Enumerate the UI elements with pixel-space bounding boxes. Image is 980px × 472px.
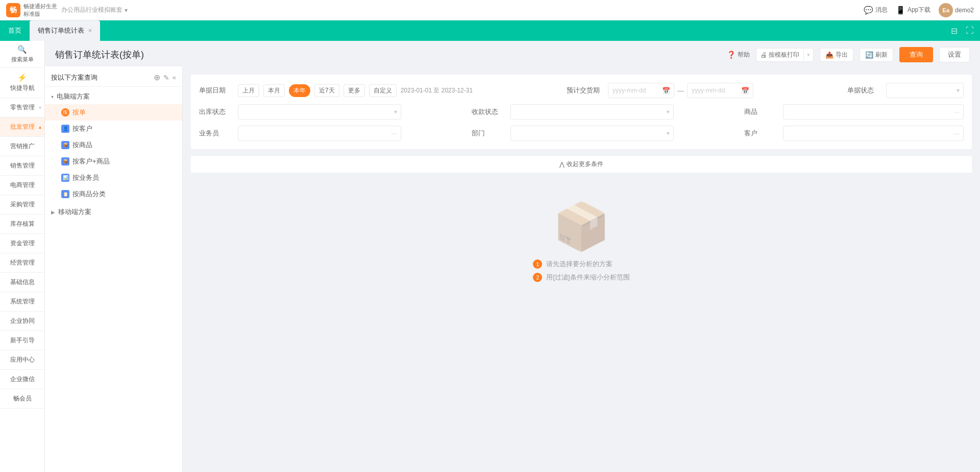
message-action[interactable]: 💬 消息	[864, 6, 888, 15]
salesperson-field: ···	[238, 126, 401, 141]
calendar-start-icon[interactable]: 📅	[662, 87, 670, 95]
print-dropdown-icon[interactable]: ▾	[803, 50, 813, 60]
sidebar-item-sales[interactable]: 销售管理	[0, 156, 44, 176]
help-button[interactable]: ❓ 帮助	[727, 51, 750, 59]
mobile-scheme-label: 移动端方案	[58, 207, 91, 217]
tree-item-by-salesperson[interactable]: 📊 按业务员	[45, 170, 182, 186]
right-panel: 单据日期 上月 本月 本年 近7天 更多 自定义 2023-01-01 至 20…	[183, 66, 980, 472]
add-scheme-icon[interactable]: ⊕	[154, 73, 160, 82]
home-tab[interactable]: 首页	[0, 20, 30, 41]
page-title: 销售订单统计表(按单)	[55, 49, 144, 61]
collapse-panel-icon[interactable]: «	[173, 74, 176, 81]
tree-item-by-customer[interactable]: 👤 按客户	[45, 121, 182, 137]
date-btn-custom[interactable]: 自定义	[369, 84, 397, 97]
sidebar-item-ecommerce[interactable]: 电商管理	[0, 176, 44, 195]
sidebar-search[interactable]: 🔍 搜索菜单	[0, 41, 44, 68]
sidebar-item-wechat[interactable]: 企业微信	[0, 370, 44, 389]
print-button[interactable]: 🖨 按模板打印	[756, 49, 803, 61]
tab-close-icon[interactable]: ×	[88, 27, 92, 34]
collapse-up-icon: ⋀	[559, 161, 565, 168]
sidebar-item-enterprise[interactable]: 企业协同	[0, 312, 44, 331]
sidebar-item-newbie[interactable]: 新手引导	[0, 331, 44, 350]
page-actions: ❓ 帮助 🖨 按模板打印 ▾ 📤 导出 🔄 刷新	[727, 47, 970, 62]
pc-scheme-section[interactable]: ▾ 电脑端方案	[45, 89, 182, 104]
by-goods-icon: 📦	[61, 141, 69, 149]
left-panel: 按以下方案查询 ⊕ ✎ « ▾ 电脑端方案 按 按单	[45, 66, 183, 472]
goods-label: 商品	[744, 107, 775, 116]
sidebar-item-retail[interactable]: 零售管理 ▾	[0, 98, 44, 117]
sales-order-tab[interactable]: 销售订单统计表 ×	[30, 20, 100, 41]
sidebar-item-quick-nav[interactable]: ⚡ 快捷导航	[0, 68, 44, 98]
mobile-scheme-section[interactable]: ▶ 移动端方案	[45, 204, 182, 220]
refresh-button[interactable]: 🔄 刷新	[860, 48, 893, 62]
sidebar-item-purchase[interactable]: 采购管理	[0, 195, 44, 215]
main-layout: 🔍 搜索菜单 ⚡ 快捷导航 零售管理 ▾ 批发管理 ▴ 营销推广 销售管理 电商…	[0, 41, 980, 472]
status-label: 单据状态	[847, 86, 878, 95]
pc-expand-icon: ▾	[51, 94, 54, 100]
tree-item-by-customer-goods[interactable]: 📦 按客户+商品	[45, 153, 182, 170]
date-btn-this-month[interactable]: 本月	[263, 84, 285, 97]
breadcrumb-dropdown-icon[interactable]: ▾	[125, 7, 128, 14]
tree-item-by-order[interactable]: 按 按单	[45, 104, 182, 121]
sidebar-item-wholesale[interactable]: 批发管理 ▴	[0, 117, 44, 137]
department-select[interactable]	[510, 126, 674, 141]
filter-row-1: 单据日期 上月 本月 本年 近7天 更多 自定义 2023-01-01 至 20…	[199, 83, 964, 98]
by-customer-icon: 👤	[61, 125, 69, 133]
settings-button[interactable]: 设置	[939, 47, 970, 62]
app-download-action[interactable]: 📱 App下载	[896, 6, 930, 15]
tree-item-by-category[interactable]: 📋 按商品分类	[45, 186, 182, 202]
mobile-expand-icon: ▶	[51, 209, 55, 215]
date-btn-this-year[interactable]: 本年	[289, 84, 310, 97]
collapse-button[interactable]: ⋀ 收起更多条件	[559, 160, 603, 169]
sidebar-item-operations[interactable]: 经营管理	[0, 253, 44, 273]
sidebar-item-basic[interactable]: 基础信息	[0, 273, 44, 292]
sidebar-item-marketing[interactable]: 营销推广	[0, 137, 44, 156]
panel-title: 按以下方案查询	[51, 73, 97, 82]
date-btn-last-7-days[interactable]: 近7天	[314, 84, 339, 97]
by-customer-goods-icon: 📦	[61, 157, 69, 166]
user-action[interactable]: Ea demo2	[939, 3, 974, 17]
goods-ellipsis-icon[interactable]: ···	[953, 108, 960, 116]
collapse-bar: ⋀ 收起更多条件	[191, 155, 972, 173]
expected-date-label: 预计交货期	[567, 86, 600, 95]
top-bar: 畅 畅捷通好生意 标准版 办公用品行业模拟账套 ▾ 💬 消息 📱 App下载 E…	[0, 0, 980, 20]
logo-icon: 畅	[6, 3, 20, 17]
edit-scheme-icon[interactable]: ✎	[163, 74, 169, 82]
department-label: 部门	[472, 129, 502, 138]
receipt-select[interactable]	[510, 104, 674, 120]
maximize-icon[interactable]: ⛶	[964, 24, 976, 37]
avatar: Ea	[939, 3, 953, 17]
logo-text: 畅捷通好生意 标准版	[23, 3, 57, 17]
export-button[interactable]: 📤 导出	[820, 48, 853, 62]
sidebar-item-inventory[interactable]: 库存核算	[0, 215, 44, 234]
sidebar-item-system[interactable]: 系统管理	[0, 292, 44, 312]
expected-date-end-wrap: 📅	[687, 83, 753, 98]
minimize-icon[interactable]: ⊟	[949, 24, 960, 38]
empty-tip-2: 2 用[过滤]条件来缩小分析范围	[533, 273, 629, 282]
calendar-end-icon[interactable]: 📅	[741, 87, 749, 95]
tip-num-2: 2	[533, 273, 542, 282]
pc-scheme-label: 电脑端方案	[57, 92, 90, 101]
query-button[interactable]: 查询	[899, 47, 933, 62]
quick-nav-icon: ⚡	[17, 73, 27, 82]
empty-state: 📦 1 请先选择要分析的方案 2 用[过滤]条件来缩小分析范围	[191, 173, 972, 313]
sidebar-item-members[interactable]: 畅会员	[0, 389, 44, 409]
date-btn-last-month[interactable]: 上月	[238, 84, 259, 97]
print-icon: 🖨	[761, 51, 767, 59]
goods-field: ···	[783, 104, 964, 120]
message-icon: 💬	[864, 6, 873, 15]
customer-ellipsis-icon[interactable]: ···	[953, 129, 960, 137]
sidebar-item-finance[interactable]: 资金管理	[0, 234, 44, 253]
sidebar-item-appstore[interactable]: 应用中心	[0, 350, 44, 370]
wholesale-arrow-icon: ▴	[39, 124, 41, 130]
date-btn-more[interactable]: 更多	[344, 84, 365, 97]
salesperson-ellipsis-icon[interactable]: ···	[391, 129, 397, 137]
tree-item-by-goods[interactable]: 📦 按商品	[45, 137, 182, 153]
status-select[interactable]	[886, 83, 964, 98]
delivery-label: 出库状态	[199, 107, 230, 116]
salesperson-input[interactable]	[238, 126, 401, 141]
goods-input[interactable]	[783, 104, 964, 120]
customer-field: ···	[783, 126, 964, 141]
delivery-select[interactable]	[238, 104, 401, 120]
customer-input[interactable]	[783, 126, 964, 141]
